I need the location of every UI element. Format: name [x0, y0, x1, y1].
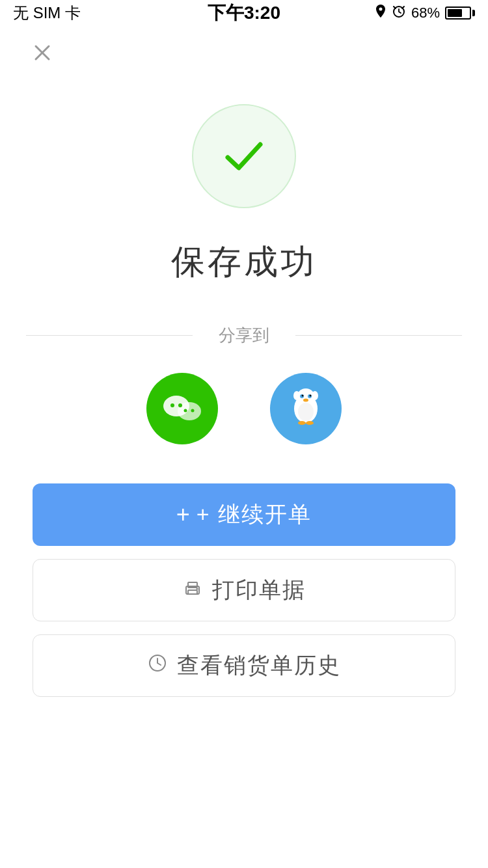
status-right: 68%: [375, 4, 475, 22]
continue-label: + 继续开单: [197, 500, 312, 530]
close-button[interactable]: [26, 36, 59, 69]
svg-point-18: [306, 421, 314, 425]
svg-rect-23: [188, 590, 197, 594]
svg-point-24: [197, 588, 198, 590]
status-bar: 无 SIM 卡 下午3:20 68%: [0, 0, 488, 26]
battery-text: 68%: [411, 5, 440, 21]
action-buttons: + + 继续开单 打印单据 查看销货单历: [33, 483, 455, 697]
history-button[interactable]: 查看销货单历史: [33, 634, 455, 697]
status-time: 下午3:20: [208, 1, 280, 25]
svg-point-17: [298, 421, 306, 425]
svg-point-14: [309, 395, 311, 397]
svg-point-15: [303, 399, 308, 402]
clock-icon: [147, 653, 168, 679]
svg-point-16: [298, 403, 314, 421]
svg-point-5: [170, 403, 174, 407]
share-label: 分享到: [219, 324, 269, 347]
svg-point-7: [184, 409, 187, 413]
svg-point-20: [312, 391, 318, 400]
success-title: 保存成功: [171, 239, 317, 285]
print-label: 打印单据: [212, 575, 306, 605]
success-icon-circle: [192, 104, 296, 208]
history-label: 查看销货单历史: [177, 651, 341, 681]
share-section: 分享到: [0, 324, 488, 444]
share-divider: 分享到: [0, 324, 488, 347]
svg-point-13: [301, 395, 303, 397]
plus-icon: +: [176, 501, 191, 528]
wechat-share-button[interactable]: [146, 373, 218, 444]
svg-point-19: [293, 391, 300, 400]
carrier-text: 无 SIM 卡: [13, 3, 81, 23]
continue-button[interactable]: + + 继续开单: [33, 483, 455, 546]
status-left: 无 SIM 卡: [13, 3, 86, 23]
main-content: 保存成功 分享到: [0, 26, 488, 697]
print-button[interactable]: 打印单据: [33, 559, 455, 621]
share-icons: [146, 373, 342, 444]
alarm-icon: [392, 4, 406, 22]
printer-icon: [182, 577, 203, 603]
location-icon: [375, 4, 386, 22]
svg-point-8: [191, 409, 195, 413]
svg-point-6: [178, 403, 182, 407]
battery-icon: [445, 7, 475, 20]
qq-share-button[interactable]: [270, 373, 342, 444]
